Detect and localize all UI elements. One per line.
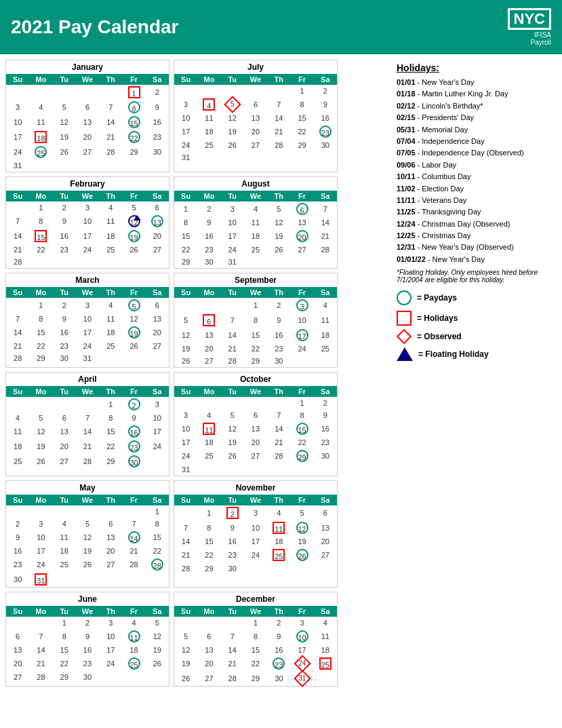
legend-triangle-icon <box>397 347 413 361</box>
table-row: 7 <box>99 100 122 115</box>
th-we: We <box>76 74 99 85</box>
may-calendar: May SuMoTuWeThFrSa 1 2345678 91011121314… <box>5 480 169 588</box>
cal-row-6: June SuMoTuWeThFrSa 12345 6789101112 131… <box>5 592 388 687</box>
table-row: 21 <box>99 130 122 145</box>
january-calendar: January Su Mo Tu We Th Fr Sa <box>5 60 169 172</box>
table-row <box>76 85 99 100</box>
table-row <box>53 85 76 100</box>
cal-row-4: April SuMoTuWeThFrSa 123 45678910 111213… <box>5 372 388 476</box>
table-row: 3 <box>6 100 29 115</box>
legend-holiday: = Holidays <box>397 311 554 326</box>
january-title: January <box>6 60 169 74</box>
holiday-item: 12/25 - Christmas Day <box>397 231 554 241</box>
legend-square-icon <box>397 311 412 326</box>
holiday-item: 11/25 - Thanksgiving Day <box>397 207 554 217</box>
table-row: 22 <box>122 130 145 145</box>
table-row: 6 <box>76 100 99 115</box>
table-row: 26 <box>53 145 76 159</box>
table-row: 15 <box>122 115 145 130</box>
holiday-item: 11/11 - Veterans Day <box>397 195 554 206</box>
holiday-item: 12/24 - Christmas Day (Observed) <box>397 219 554 229</box>
july-title: July <box>174 60 337 74</box>
th-su: Su <box>6 74 29 85</box>
holiday-item: 01/01 - New Year's Day <box>397 77 554 88</box>
table-row <box>29 85 52 100</box>
th-mo: Mo <box>29 74 52 85</box>
calendars-section: January Su Mo Tu We Th Fr Sa <box>5 60 388 687</box>
march-calendar: March SuMoTuWeThFrSa 123456 78910111213 … <box>5 273 169 368</box>
holiday-item: 01/18 - Martin Luther King Jr. Day <box>397 89 554 99</box>
legend-observed: = Observed <box>397 331 554 342</box>
june-calendar: June SuMoTuWeThFrSa 12345 6789101112 131… <box>5 592 169 687</box>
table-row: 27 <box>76 145 99 159</box>
holiday-item: 02/15 - Presidents' Day <box>397 113 554 123</box>
legend-diamond-icon <box>397 329 412 345</box>
table-row: 16 <box>146 115 169 130</box>
nyc-logo: NYC <box>508 8 551 30</box>
holiday-item: 02/12 - Lincoln's Birthday* <box>397 101 554 111</box>
header: 2021 Pay Calendar NYC IFISAPayroll <box>0 0 562 54</box>
legend: = Paydays = Holidays = Observed = Floati… <box>397 290 554 361</box>
table-row: 12 <box>53 115 76 130</box>
holiday-item: 07/05 - Independence Day (Observed) <box>397 148 554 158</box>
table-row: 31 <box>6 159 29 172</box>
cal-row-1: January Su Mo Tu We Th Fr Sa <box>5 60 388 172</box>
table-row: 11 <box>29 115 52 130</box>
table-row: 29 <box>122 145 145 159</box>
info-section: Holidays: 01/01 - New Year's Day01/18 - … <box>394 60 557 687</box>
cal-row-2: February SuMoTuWeThFrSa 123456 7 8 9 10 … <box>5 176 388 269</box>
holidays-title: Holidays: <box>397 62 554 73</box>
legend-holiday-label: = Holidays <box>417 313 458 323</box>
th-fr: Fr <box>122 74 145 85</box>
table-row: 19 <box>53 130 76 145</box>
table-row: 18 <box>29 130 52 145</box>
table-row: 17 <box>6 130 29 145</box>
th-tu: Tu <box>53 74 76 85</box>
page-title: 2021 Pay Calendar <box>11 16 179 38</box>
table-row: 9 <box>146 100 169 115</box>
table-row: 1 <box>122 85 145 100</box>
holiday-item: 07/04 - Independence Day <box>397 136 554 147</box>
holiday-item: 01/01/22 - New Year's Day <box>397 254 554 265</box>
floating-note: *Floating Holiday. Only employees hired … <box>397 269 554 284</box>
legend-payday: = Paydays <box>397 290 554 305</box>
table-row: 28 <box>99 145 122 159</box>
table-row: 30 <box>146 145 169 159</box>
holiday-item: 11/02 - Election Day <box>397 184 554 194</box>
table-row: 13 <box>76 115 99 130</box>
table-row: 24 <box>6 145 29 159</box>
table-row: 4 <box>29 100 52 115</box>
cal-row-3: March SuMoTuWeThFrSa 123456 78910111213 … <box>5 273 388 368</box>
legend-observed-label: = Observed <box>417 332 462 341</box>
table-row: 5 <box>53 100 76 115</box>
holiday-item: 05/31 - Memorial Day <box>397 125 554 135</box>
holiday-item: 12/31 - New Year's Day (Observed) <box>397 242 554 252</box>
holidays-list: 01/01 - New Year's Day01/18 - Martin Lut… <box>397 77 554 265</box>
table-row: 23 <box>146 130 169 145</box>
august-calendar: August SuMoTuWeThFrSa 1234567 8910111213… <box>174 176 338 269</box>
september-calendar: September SuMoTuWeThFrSa 1234 567891011 … <box>174 273 338 368</box>
legend-circle-icon <box>397 290 412 305</box>
table-row: 14 <box>99 115 122 130</box>
holiday-item: 10/11 - Columbus Day <box>397 172 554 182</box>
legend-floating: = Floating Holiday <box>397 347 554 361</box>
table-row: 20 <box>76 130 99 145</box>
nyc-logo-sub: IFISAPayroll <box>508 31 551 46</box>
october-calendar: October SuMoTuWeThFrSa 12 3456789 101112… <box>174 372 338 476</box>
december-calendar: December SuMoTuWeThFrSa 1234 567891011 1… <box>174 592 338 687</box>
legend-floating-label: = Floating Holiday <box>418 349 489 359</box>
holiday-item: 09/06 - Labor Day <box>397 160 554 170</box>
th-sa: Sa <box>146 74 169 85</box>
table-row: 25 <box>29 145 52 159</box>
legend-payday-label: = Paydays <box>417 293 457 303</box>
july-calendar: July SuMoTuWeThFrSa 12 3 4 5 6 7 8 <box>174 60 338 172</box>
th-th: Th <box>99 74 122 85</box>
table-row <box>6 85 29 100</box>
cal-row-5: May SuMoTuWeThFrSa 1 2345678 91011121314… <box>5 480 388 588</box>
table-row: 10 <box>6 115 29 130</box>
table-row <box>99 85 122 100</box>
table-row: 2 <box>146 85 169 100</box>
november-calendar: November SuMoTuWeThFrSa 123456 789101112… <box>174 480 338 588</box>
april-calendar: April SuMoTuWeThFrSa 123 45678910 111213… <box>5 372 169 476</box>
february-calendar: February SuMoTuWeThFrSa 123456 7 8 9 10 … <box>5 176 169 269</box>
